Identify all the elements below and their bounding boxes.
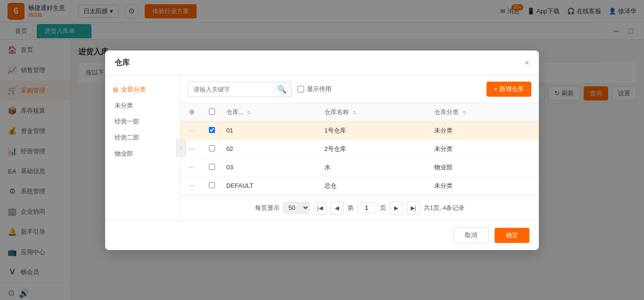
row-checkbox[interactable] [209, 127, 215, 133]
prev-page-btn[interactable]: ◀ [330, 201, 344, 215]
dots-icon[interactable]: ··· [189, 163, 195, 171]
dots-icon[interactable]: ··· [189, 126, 195, 134]
page-input[interactable] [357, 202, 376, 213]
dots-icon[interactable]: ··· [189, 182, 195, 190]
modal-search-box: 🔍 [188, 82, 292, 97]
page-size-select[interactable]: 50 100 [283, 202, 310, 214]
row-code: 03 [221, 158, 319, 176]
modal-cat-item-0[interactable]: 未分类 [105, 98, 180, 114]
row-name: 2号仓库 [319, 140, 429, 158]
page-label: 页 [380, 204, 386, 212]
row-category: 物业部 [429, 158, 539, 176]
row-checkbox[interactable] [209, 182, 215, 188]
row-dots[interactable]: ··· [181, 158, 203, 176]
last-page-btn[interactable]: ▶| [407, 201, 420, 215]
modal-cat-item-1[interactable]: 经营一部 [105, 114, 180, 130]
dots-icon[interactable]: ··· [189, 145, 195, 153]
row-category: 未分类 [429, 176, 539, 195]
modal-body: ⊞ 全部分类 未分类 经营一部 经营二部 物业部 ‹ 🔍 [105, 76, 539, 220]
page-size-label: 每页显示 [255, 204, 280, 212]
row-code: 01 [221, 121, 319, 140]
sort-code-icon: ⇅ [247, 110, 251, 115]
table-row[interactable]: ··· 03 水 物业部 [181, 158, 539, 176]
table-row[interactable]: ··· 01 1号仓库 未分类 [181, 121, 539, 140]
row-category: 未分类 [429, 140, 539, 158]
modal-table: ⚙ 仓库... ⇅ 仓库名称 [181, 103, 539, 195]
modal-title: 仓库 [115, 58, 130, 68]
table-row[interactable]: ··· DEFAULT 总仓 未分类 [181, 176, 539, 195]
col-header-name: 仓库名称 ⇅ [319, 103, 429, 122]
modal-close-btn[interactable]: × [524, 58, 529, 68]
modal-pagination: 每页显示 50 100 |◀ ◀ 第 页 ▶ ▶| 共1页, 4条记录 [181, 195, 539, 220]
confirm-btn[interactable]: 确定 [495, 228, 529, 243]
modal-cat-item-3[interactable]: 物业部 [105, 146, 180, 162]
show-disabled-label: 显示停用 [307, 85, 331, 93]
modal-main: 🔍 显示停用 + 新增仓库 ⚙ [181, 76, 539, 220]
row-dots[interactable]: ··· [181, 121, 203, 140]
warehouse-modal: 仓库 × ⊞ 全部分类 未分类 经营一部 经营二部 物业部 ‹ [105, 50, 539, 250]
row-checkbox-cell [203, 121, 221, 140]
row-name: 总仓 [319, 176, 429, 195]
row-checkbox-cell [203, 158, 221, 176]
sort-name-icon: ⇅ [353, 110, 356, 115]
select-all-checkbox[interactable] [209, 108, 215, 115]
modal-cat-all[interactable]: ⊞ 全部分类 [105, 82, 180, 98]
modal-footer: 取消 确定 [105, 220, 539, 250]
row-checkbox[interactable] [209, 164, 215, 170]
modal-cat-item-2[interactable]: 经营二部 [105, 130, 180, 146]
row-dots[interactable]: ··· [181, 176, 203, 195]
first-page-btn[interactable]: |◀ [314, 201, 327, 215]
jump-label: 第 [347, 204, 354, 212]
table-row[interactable]: ··· 02 2号仓库 未分类 [181, 140, 539, 158]
grid-icon: ⊞ [113, 86, 118, 93]
add-warehouse-btn[interactable]: + 新增仓库 [487, 82, 531, 97]
col-header-code: 仓库... ⇅ [221, 103, 319, 122]
row-code: 02 [221, 140, 319, 158]
show-disabled-checkbox[interactable] [297, 86, 304, 92]
col-header-checkbox [203, 103, 221, 122]
modal-header: 仓库 × [105, 50, 539, 76]
row-checkbox[interactable] [209, 145, 215, 151]
next-page-btn[interactable]: ▶ [390, 201, 403, 215]
sidebar-collapse-btn[interactable]: ‹ [176, 140, 186, 157]
cancel-btn[interactable]: 取消 [453, 227, 489, 243]
sort-category-icon: ⇅ [462, 110, 466, 115]
row-category: 未分类 [429, 121, 539, 140]
row-checkbox-cell [203, 140, 221, 158]
total-info: 共1页, 4条记录 [424, 204, 465, 212]
show-disabled-container: 显示停用 [297, 85, 331, 93]
row-name: 水 [319, 158, 429, 176]
col-header-category: 仓库分类 ⇅ [429, 103, 539, 122]
col-header-settings: ⚙ [181, 103, 203, 122]
row-name: 1号仓库 [319, 121, 429, 140]
modal-search-icon[interactable]: 🔍 [272, 82, 291, 97]
modal-search-input[interactable] [189, 83, 272, 96]
row-checkbox-cell [203, 176, 221, 195]
modal-toolbar: 🔍 显示停用 + 新增仓库 [181, 76, 539, 103]
modal-table-wrap: ⚙ 仓库... ⇅ 仓库名称 [181, 103, 539, 195]
row-code: DEFAULT [221, 176, 319, 195]
modal-category-sidebar: ⊞ 全部分类 未分类 经营一部 经营二部 物业部 ‹ [105, 76, 181, 220]
modal-overlay: 仓库 × ⊞ 全部分类 未分类 经营一部 经营二部 物业部 ‹ [0, 0, 644, 300]
